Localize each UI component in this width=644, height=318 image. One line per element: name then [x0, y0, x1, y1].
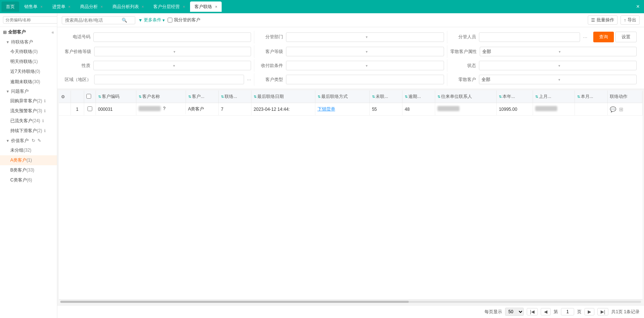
- info-icon-3: ℹ: [42, 119, 44, 123]
- col-last-contact-date-header[interactable]: ⇅最后联络日期: [251, 91, 315, 103]
- region-input[interactable]: [94, 75, 244, 84]
- nav-tab-customer-contact[interactable]: 客户联络 ×: [190, 1, 222, 12]
- person-input[interactable]: [479, 32, 580, 42]
- sidebar-item-today-pending[interactable]: 今天待联络(0): [0, 47, 57, 57]
- close-product-analysis-list-icon[interactable]: ×: [142, 5, 144, 9]
- sidebar-item-tomorrow-pending[interactable]: 明天待联络(1): [0, 57, 57, 67]
- col-contact-header[interactable]: ⇅联络...: [219, 91, 251, 103]
- sidebar-item-class-b[interactable]: B类客户(33): [0, 165, 57, 175]
- scroll-track[interactable]: [60, 301, 641, 303]
- status-select[interactable]: ▾: [479, 61, 637, 70]
- more-conditions-btn[interactable]: ▼ 更多条件 ▾: [138, 17, 165, 23]
- last-page-btn[interactable]: ▶|: [597, 308, 608, 315]
- col-last-contact-method-header[interactable]: ⇅最后联络方式: [315, 91, 369, 103]
- row-checkbox[interactable]: [87, 106, 92, 111]
- nav-tab-customer-segment[interactable]: 客户分层经营 ×: [149, 1, 189, 12]
- col-this-month-header[interactable]: ⇅本月...: [575, 91, 607, 103]
- nature-select[interactable]: ▾: [93, 61, 251, 70]
- person-dots-icon[interactable]: ···: [583, 34, 587, 40]
- sidebar-item-class-c[interactable]: C类客户(6): [0, 175, 57, 185]
- nav-tab-product-analysis[interactable]: 商品分析 ×: [76, 1, 107, 12]
- horizontal-scroll-bar[interactable]: [59, 299, 643, 304]
- all-customers-header[interactable]: ⊞ 全部客户 «: [0, 27, 57, 38]
- sidebar-group-pending[interactable]: ▼ 待联络客户: [0, 38, 57, 47]
- next-page-btn[interactable]: ▶: [584, 308, 594, 315]
- per-page-select[interactable]: 50 100 200: [505, 308, 524, 316]
- dept-select[interactable]: ▾: [286, 32, 444, 42]
- retail-attr-select[interactable]: 全部 ▾: [480, 47, 637, 56]
- close-product-analysis-icon[interactable]: ×: [101, 5, 103, 9]
- sidebar-search-input[interactable]: [3, 16, 57, 24]
- chat-icon[interactable]: 💬: [610, 106, 616, 112]
- close-app-button[interactable]: ×: [633, 3, 643, 10]
- purchase-label: 进货单: [52, 4, 65, 10]
- retail-select[interactable]: 全部 ▾: [479, 75, 637, 84]
- col-name-header[interactable]: ⇅客户名称: [136, 91, 186, 103]
- close-sales-icon[interactable]: ×: [40, 5, 43, 9]
- nav-tab-sales[interactable]: 销售单 ×: [20, 1, 47, 12]
- main-search-input[interactable]: [65, 18, 120, 23]
- export-btn[interactable]: ↑ 导出: [620, 15, 640, 25]
- edit-icon[interactable]: ✎: [37, 138, 41, 143]
- first-page-btn[interactable]: |◀: [527, 308, 538, 315]
- close-customer-segment-icon[interactable]: ×: [183, 5, 185, 9]
- check-header[interactable]: [84, 91, 96, 103]
- sidebar-item-unclassified[interactable]: 未分组(32): [0, 145, 57, 155]
- sidebar-item-overdue-pending[interactable]: 逾期未联络(30): [0, 77, 57, 87]
- row-check[interactable]: [84, 103, 96, 116]
- my-customers-checkbox[interactable]: [168, 18, 172, 22]
- close-purchase-icon[interactable]: ×: [68, 5, 71, 9]
- col-unit-contact-header[interactable]: ⇅往来单位联系人: [435, 91, 497, 103]
- col-last-month-header[interactable]: ⇅上月...: [533, 91, 575, 103]
- last-contact-method-link[interactable]: 下销货单: [318, 106, 335, 112]
- export-label: 导出: [627, 17, 636, 23]
- sidebar-item-class-a[interactable]: A类客户(1): [0, 155, 57, 165]
- select-all-checkbox[interactable]: [86, 94, 91, 99]
- info-icon-4: ℹ: [44, 128, 46, 133]
- refresh-icon[interactable]: ↻: [32, 138, 35, 143]
- prev-page-btn[interactable]: ◀: [541, 308, 551, 315]
- col-this-year-header[interactable]: ⇅本年...: [497, 91, 533, 103]
- col-overdue-header[interactable]: ⇅逾期...: [402, 91, 435, 103]
- retail-value: 全部: [482, 77, 557, 83]
- payment-select[interactable]: ▾: [286, 61, 444, 70]
- customer-type-input[interactable]: [286, 75, 444, 84]
- batch-ops-btn[interactable]: ☰ 批量操作: [588, 15, 618, 25]
- nav-tab-purchase[interactable]: 进货单 ×: [48, 1, 75, 12]
- customer-grade-select[interactable]: ▾: [286, 47, 444, 56]
- page-number-input[interactable]: [561, 308, 574, 315]
- sidebar-group-problem[interactable]: ▼ 问题客户: [0, 87, 57, 96]
- sidebar-item-churn-warning[interactable]: 流失预警客户(3) ℹ: [0, 106, 57, 116]
- row-last-contact-method[interactable]: 下销货单: [315, 103, 369, 116]
- sidebar-item-declining[interactable]: 持续下滑客户(2) ℹ: [0, 126, 57, 136]
- batch-ops-label: 批量操作: [597, 17, 614, 23]
- row-name[interactable]: ?: [136, 103, 186, 114]
- scroll-thumb[interactable]: [60, 301, 409, 303]
- main-search-icon[interactable]: 🔍: [122, 18, 127, 23]
- grid-icon: ⊞: [3, 30, 7, 35]
- nav-tab-home[interactable]: 首页: [1, 1, 19, 12]
- sidebar-item-repurchase-abnormal[interactable]: 回购异常客户(2) ℹ: [0, 96, 57, 106]
- filter-cell-customer-grade: 客户等级 ▾: [254, 45, 447, 58]
- close-customer-contact-icon[interactable]: ×: [215, 5, 217, 9]
- sidebar-item-7day-pending[interactable]: 近7天待联络(0): [0, 67, 57, 77]
- today-pending-label: 今天待联络: [10, 49, 32, 54]
- col-grade-header[interactable]: ⇅客户...: [186, 91, 218, 103]
- col-no-contact-header[interactable]: ⇅未联...: [369, 91, 402, 103]
- gear-header[interactable]: ⚙: [59, 91, 71, 103]
- qr-icon[interactable]: ⊞: [619, 106, 623, 112]
- price-grade-select[interactable]: ▾: [94, 47, 251, 56]
- my-customers-checkbox-wrap[interactable]: 我分管的客户: [168, 17, 200, 23]
- sidebar-group-value[interactable]: ▼ 价值客户 ↻ ✎: [0, 136, 57, 145]
- query-button[interactable]: 查询: [593, 32, 614, 42]
- nav-tab-product-analysis-list[interactable]: 商品分析列表 ×: [108, 1, 149, 12]
- filter-row-4: 区域（地区） ··· 客户类型 零散客户 全部 ▾: [62, 73, 640, 86]
- sort-icon-lcd: ⇅: [254, 95, 257, 99]
- settings-button[interactable]: 设置: [615, 32, 637, 42]
- region-dots-icon[interactable]: ···: [247, 77, 251, 82]
- col-code-header[interactable]: ⇅客户编码: [96, 91, 136, 103]
- sidebar-collapse-btn[interactable]: «: [51, 30, 54, 35]
- sidebar-item-churned[interactable]: 已流失客户(24) ℹ: [0, 116, 57, 126]
- phone-input[interactable]: [93, 32, 251, 42]
- col-action-header: 联络动作: [607, 91, 642, 103]
